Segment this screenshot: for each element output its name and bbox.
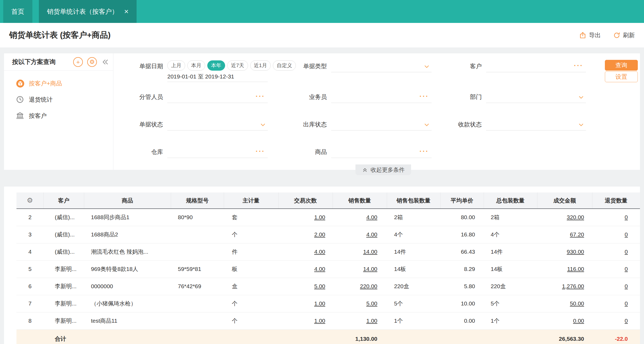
chevron-down-icon <box>423 63 430 70</box>
export-button[interactable]: 导出 <box>579 31 601 39</box>
link-ret[interactable]: 0 <box>625 300 628 307</box>
date-quick-pill[interactable]: 本月 <box>187 60 205 71</box>
scheme-list: 按客户+商品 退货统计 按客户 <box>4 71 113 124</box>
warehouse-picker[interactable]: ··· <box>167 146 268 158</box>
col-header-total-pkg[interactable]: 总包装数量 <box>484 192 537 209</box>
link-times[interactable]: 2.00 <box>314 231 325 238</box>
cell-price: 80.00 <box>440 209 484 226</box>
filter-salesman: 业务员 ··· <box>277 91 432 103</box>
sidebar-item-label: 按客户+商品 <box>29 80 62 88</box>
ellipsis-icon: ··· <box>419 92 429 101</box>
cell-product: 1688同步商品1 <box>84 209 171 226</box>
cell-times: 1.00 <box>278 312 333 329</box>
col-header-return-qty[interactable]: 退货数量 <box>592 192 640 209</box>
link-ret[interactable]: 0 <box>625 318 628 324</box>
cell-unit: 个 <box>224 295 278 312</box>
link-amount[interactable]: 116.00 <box>567 266 584 272</box>
scheme-settings-button[interactable]: ⚙ <box>87 57 97 67</box>
outbound-status-select[interactable] <box>331 119 432 130</box>
export-label: 导出 <box>589 31 601 39</box>
payment-status-select[interactable] <box>486 119 586 130</box>
doc-status-select[interactable] <box>167 119 268 130</box>
link-ret[interactable]: 0 <box>625 266 628 272</box>
filter-customer: 客户 ··· <box>432 60 586 72</box>
cell-pkg: 14件 <box>387 243 440 260</box>
column-settings-gear[interactable]: ⚙ <box>16 192 43 209</box>
tab-sales-report[interactable]: 销货单统计表（按客户） × <box>39 0 137 23</box>
col-header-amount[interactable]: 成交金额 <box>537 192 592 209</box>
date-quick-pill[interactable]: 近7天 <box>227 60 248 71</box>
col-header-times[interactable]: 交易次数 <box>278 192 333 209</box>
doc-date-field[interactable]: 上月本月本年近7天近1月自定义 2019-01-01 至 2019-12-31 <box>167 60 268 82</box>
col-header-avg-price[interactable]: 平均单价 <box>440 192 484 209</box>
manager-picker[interactable]: ··· <box>167 91 268 103</box>
date-quick-pill[interactable]: 近1月 <box>250 60 271 71</box>
cell-pkg: 14板 <box>387 260 440 278</box>
department-select[interactable] <box>486 91 586 103</box>
link-ret[interactable]: 0 <box>625 214 628 220</box>
cell-idx: 6 <box>16 278 43 295</box>
col-header-pkg-qty[interactable]: 销售包装数量 <box>387 192 440 209</box>
date-quick-pill[interactable]: 上月 <box>167 60 185 71</box>
link-amount[interactable]: 930.00 <box>567 249 584 255</box>
link-qty[interactable]: 4.00 <box>366 214 377 220</box>
add-scheme-button[interactable]: ＋ <box>73 57 83 67</box>
link-qty[interactable]: 5.00 <box>366 300 377 307</box>
refresh-button[interactable]: 刷新 <box>613 31 635 39</box>
salesman-picker[interactable]: ··· <box>331 91 432 103</box>
customer-picker[interactable]: ··· <box>486 60 586 72</box>
filter-doc-date: 单据日期 上月本月本年近7天近1月自定义 2019-01-01 至 2019-1… <box>127 60 268 82</box>
settings-button[interactable]: 设置 <box>605 71 638 82</box>
col-header-qty[interactable]: 销售数量 <box>333 192 387 209</box>
collapse-sidebar-icon[interactable] <box>101 58 109 66</box>
link-amount[interactable]: 67.20 <box>570 231 584 238</box>
date-quick-pill[interactable]: 自定义 <box>273 60 296 71</box>
link-amount[interactable]: 1,276.00 <box>562 283 584 289</box>
page-title: 销货单统计表 (按客户+商品) <box>9 30 111 41</box>
link-times[interactable]: 1.00 <box>314 318 325 324</box>
cell-customer: 李新明... <box>43 260 84 278</box>
link-amount[interactable]: 0.00 <box>573 318 584 324</box>
link-times[interactable]: 5.00 <box>314 283 325 289</box>
collapse-more-conditions-button[interactable]: 收起更多条件 <box>355 164 411 175</box>
col-header-spec[interactable]: 规格型号 <box>171 192 224 209</box>
filter-department: 部门 <box>432 91 586 103</box>
link-ret[interactable]: 0 <box>625 249 628 255</box>
link-times[interactable]: 1.00 <box>314 214 325 220</box>
total-customer: 合计 <box>43 329 84 344</box>
sidebar-item-customer-product[interactable]: 按客户+商品 <box>4 75 113 92</box>
doc-type-select[interactable] <box>331 60 432 72</box>
cell-price: 66.43 <box>440 243 484 260</box>
filter-label-doc-date: 单据日期 <box>127 60 167 72</box>
sidebar-item-return-stats[interactable]: 退货统计 <box>4 92 113 108</box>
refresh-label: 刷新 <box>623 31 635 39</box>
product-picker[interactable]: ··· <box>331 146 432 158</box>
tab-home[interactable]: 首页 <box>3 0 32 23</box>
scheme-sidebar-header: 按以下方案查询 ＋ ⚙ <box>4 53 113 71</box>
link-qty[interactable]: 1.00 <box>366 318 377 324</box>
link-amount[interactable]: 50.00 <box>570 300 584 307</box>
cell-tpkg: 14板 <box>484 260 537 278</box>
sidebar-item-by-customer[interactable]: 按客户 <box>4 108 113 124</box>
sidebar-item-label: 退货统计 <box>29 96 53 104</box>
link-times[interactable]: 4.00 <box>314 266 325 272</box>
link-ret[interactable]: 0 <box>625 283 628 289</box>
link-qty[interactable]: 14.00 <box>363 249 377 255</box>
link-qty[interactable]: 220.00 <box>360 283 377 289</box>
link-times[interactable]: 4.00 <box>314 249 325 255</box>
link-times[interactable]: 1.00 <box>314 300 325 307</box>
query-button[interactable]: 查询 <box>605 60 638 71</box>
close-icon[interactable]: × <box>124 8 128 15</box>
col-header-customer[interactable]: 客户 <box>43 192 84 209</box>
building-icon <box>16 112 25 120</box>
col-header-unit[interactable]: 主计量 <box>224 192 278 209</box>
link-qty[interactable]: 14.00 <box>363 266 377 272</box>
date-range-text[interactable]: 2019-01-01 至 2019-12-31 <box>167 73 268 80</box>
link-qty[interactable]: 4.00 <box>366 231 377 238</box>
cell-tpkg: 2箱 <box>484 209 537 226</box>
link-ret[interactable]: 0 <box>625 231 628 238</box>
col-header-product[interactable]: 商品 <box>84 192 171 209</box>
total-price <box>440 329 484 344</box>
link-amount[interactable]: 320.00 <box>567 214 584 220</box>
date-quick-pill[interactable]: 本年 <box>207 60 225 71</box>
